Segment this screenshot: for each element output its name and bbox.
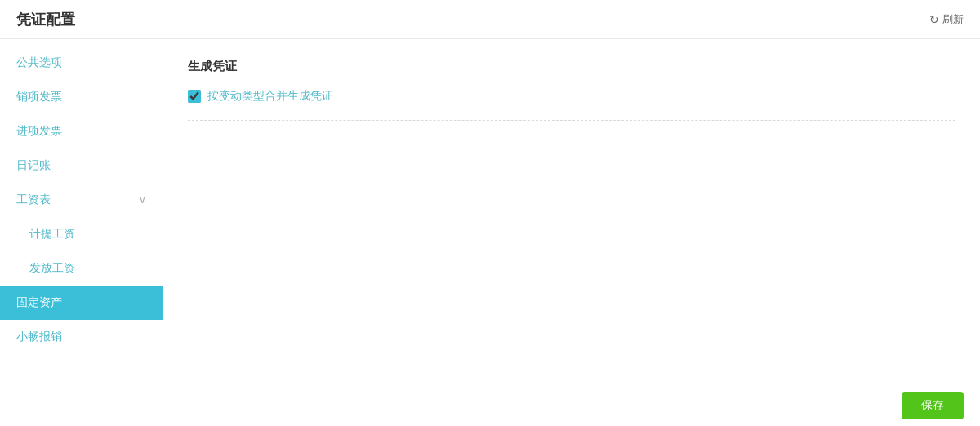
footer: 保存	[0, 384, 980, 426]
sidebar-item-expense-report[interactable]: 小畅报销	[0, 320, 163, 354]
sidebar-item-label: 销项发票	[16, 90, 62, 104]
save-button[interactable]: 保存	[902, 392, 964, 419]
sidebar-item-label: 小畅报销	[16, 330, 62, 344]
sidebar-item-distribute-payroll[interactable]: 发放工资	[0, 251, 163, 286]
sidebar-item-label: 日记账	[16, 158, 51, 173]
refresh-button[interactable]: ↻ 刷新	[929, 12, 964, 27]
sidebar-item-fixed-assets[interactable]: 固定资产	[0, 286, 163, 320]
checkbox-row: 按变动类型合并生成凭证	[188, 89, 956, 104]
sidebar-item-calc-payroll[interactable]: 计提工资	[0, 217, 163, 251]
main-content: 公共选项 销项发票 进项发票 日记账 工资表 ∨ 计提工资 发放工资 固定资	[0, 39, 980, 384]
sidebar-item-label: 工资表	[16, 193, 51, 207]
sidebar-item-label: 进项发票	[16, 124, 62, 139]
section-divider	[188, 120, 956, 121]
page-container: 凭证配置 ↻ 刷新 公共选项 销项发票 进项发票 日记账 工资表 ∨	[0, 0, 980, 426]
sidebar-item-payroll-table[interactable]: 工资表 ∨	[0, 183, 163, 217]
sidebar-item-purchase-invoice[interactable]: 进项发票	[0, 114, 163, 149]
panel-content: 生成凭证 按变动类型合并生成凭证	[163, 39, 980, 384]
checkbox-label[interactable]: 按变动类型合并生成凭证	[207, 89, 333, 104]
page-title: 凭证配置	[16, 10, 75, 29]
sidebar-item-public-options[interactable]: 公共选项	[0, 46, 163, 80]
merge-by-type-checkbox[interactable]	[188, 90, 201, 103]
refresh-label: 刷新	[942, 12, 964, 27]
sidebar-item-label: 发放工资	[29, 261, 75, 276]
sidebar: 公共选项 销项发票 进项发票 日记账 工资表 ∨ 计提工资 发放工资 固定资	[0, 39, 163, 384]
right-panel: 生成凭证 按变动类型合并生成凭证	[163, 39, 980, 384]
sidebar-item-sales-invoice[interactable]: 销项发票	[0, 80, 163, 114]
sidebar-item-label: 计提工资	[29, 227, 75, 242]
refresh-icon: ↻	[929, 13, 939, 26]
chevron-down-icon: ∨	[139, 194, 146, 206]
sidebar-item-label: 公共选项	[16, 55, 62, 70]
header: 凭证配置 ↻ 刷新	[0, 0, 980, 39]
sidebar-item-journal[interactable]: 日记账	[0, 149, 163, 183]
section-title: 生成凭证	[188, 59, 956, 74]
sidebar-item-label: 固定资产	[16, 295, 62, 310]
